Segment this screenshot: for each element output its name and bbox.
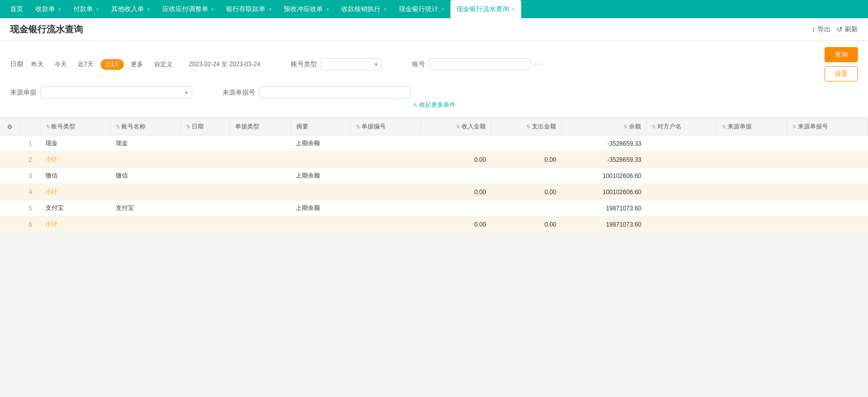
table-row: 6小计0.000.0019871073.60 <box>0 216 868 233</box>
td-gear <box>0 152 20 168</box>
source-doc-no-input[interactable] <box>259 86 411 99</box>
nav-cash-bank-flow[interactable]: 现金银行流水查询 × <box>450 0 521 18</box>
th-source-doc[interactable]: ⇅ 来源单据 <box>717 118 787 136</box>
td-summary: 上期余额 <box>291 168 350 184</box>
td-account-type: 小计 <box>40 152 111 168</box>
td-idx: 2 <box>20 152 40 168</box>
td-gear <box>0 136 20 152</box>
td-source-doc-no <box>787 184 868 200</box>
close-icon[interactable]: × <box>268 7 271 12</box>
source-doc-label: 来源单据 <box>10 88 36 97</box>
nav-prepay-offset[interactable]: 预收冲应收单 × <box>278 0 335 18</box>
td-source-doc <box>717 200 787 216</box>
td-source-doc-no <box>787 136 868 152</box>
td-doc-type <box>230 168 291 184</box>
td-source-doc-no <box>787 168 868 184</box>
account-no-input[interactable] <box>429 58 530 70</box>
td-doc-type <box>230 136 291 152</box>
th-income[interactable]: ⇅ 收入金额 <box>421 118 491 136</box>
date-label: 日期 <box>10 60 23 69</box>
close-icon[interactable]: × <box>512 7 515 12</box>
td-source-doc-no <box>787 216 868 233</box>
date-opt-1month[interactable]: 近1月 <box>101 59 124 70</box>
td-gear <box>0 216 20 233</box>
td-income <box>421 168 491 184</box>
nav-bank-withdraw[interactable]: 银行存取款单 × <box>220 0 278 18</box>
td-income <box>421 200 491 216</box>
td-date <box>181 152 230 168</box>
nav-cash-bank-stats[interactable]: 现金银行统计 × <box>393 0 450 18</box>
header-actions: ↑ 导出 ↺ 刷新 <box>812 25 858 34</box>
source-doc-no-filter: 来源单据号 <box>222 86 411 99</box>
account-no-label: 账号 <box>412 60 425 69</box>
sort-arrows: ⇅ <box>792 124 798 129</box>
th-balance[interactable]: ⇅ 余额 <box>561 118 646 136</box>
td-income: 0.00 <box>421 216 491 233</box>
td-counterpart <box>647 200 717 216</box>
nav-home[interactable]: 首页 <box>4 0 29 18</box>
nav-payment[interactable]: 付款单 × <box>67 0 105 18</box>
th-date[interactable]: ⇅ 日期 <box>181 118 230 136</box>
td-idx: 5 <box>20 200 40 216</box>
nav-ar-ap-adjust[interactable]: 应收应付调整单 × <box>156 0 220 18</box>
td-summary: 上期余额 <box>291 136 350 152</box>
date-opt-custom[interactable]: 自定义 <box>150 59 176 70</box>
source-doc-select[interactable] <box>40 86 192 99</box>
th-counterpart[interactable]: ⇅ 对方户名 <box>647 118 717 136</box>
refresh-button[interactable]: ↺ 刷新 <box>837 25 858 34</box>
date-opt-7days[interactable]: 近7天 <box>74 59 98 70</box>
th-doc-no[interactable]: ⇅ 单据编号 <box>351 118 421 136</box>
sort-arrows: ⇅ <box>526 124 532 129</box>
nav-collection-exec[interactable]: 收款核销执行 × <box>335 0 393 18</box>
th-account-name[interactable]: ⇅ 账号名称 <box>111 118 181 136</box>
table-row: 2小计0.000.00-3528659.33 <box>0 152 868 168</box>
close-icon[interactable]: × <box>441 7 444 12</box>
nav-receipt[interactable]: 收款单 × <box>29 0 67 18</box>
settings-button[interactable]: 设置 <box>825 66 858 81</box>
close-icon[interactable]: × <box>211 7 214 12</box>
close-icon[interactable]: × <box>384 7 387 12</box>
sort-arrows: ⇅ <box>116 124 121 129</box>
close-icon[interactable]: × <box>58 7 61 12</box>
date-opt-today[interactable]: 今天 <box>51 59 71 70</box>
td-account-type: 小计 <box>40 216 111 233</box>
td-expense: 0.00 <box>491 152 561 168</box>
action-buttons: 查询 设置 <box>825 47 858 81</box>
filter-area: 日期 昨天 今天 近7天 近1月 更多 自定义 2023-02-24 至 202… <box>0 41 868 118</box>
close-icon[interactable]: × <box>326 7 329 12</box>
td-date <box>181 216 230 233</box>
td-income: 0.00 <box>421 184 491 200</box>
table-container: ⚙ ⇅ 账号类型 ⇅ 账号名称 ⇅ 日期 单据类型 摘要 ⇅ 单据编号 ⇅ 收入… <box>0 118 868 233</box>
account-type-select[interactable] <box>321 58 382 70</box>
th-source-doc-no[interactable]: ⇅ 来源单据号 <box>787 118 868 136</box>
td-expense <box>491 200 561 216</box>
sort-arrows: ⇅ <box>652 124 657 129</box>
export-button[interactable]: ↑ 导出 <box>812 25 831 34</box>
th-expense[interactable]: ⇅ 支出金额 <box>491 118 561 136</box>
page-title: 现金银行流水查询 <box>10 23 83 35</box>
close-icon[interactable]: × <box>96 7 99 12</box>
td-counterpart <box>647 136 717 152</box>
sort-arrows: ⇅ <box>623 124 629 129</box>
nav-other-income[interactable]: 其他收入单 × <box>105 0 156 18</box>
main-table: ⚙ ⇅ 账号类型 ⇅ 账号名称 ⇅ 日期 单据类型 摘要 ⇅ 单据编号 ⇅ 收入… <box>0 118 868 233</box>
th-summary: 摘要 <box>291 118 350 136</box>
td-doc-type <box>230 152 291 168</box>
td-source-doc <box>717 136 787 152</box>
collapse-bar[interactable]: ∧ 收起更多条件 <box>10 99 858 111</box>
td-expense: 0.00 <box>491 184 561 200</box>
top-nav: 首页 收款单 × 付款单 × 其他收入单 × 应收应付调整单 × 银行存取款单 … <box>0 0 868 18</box>
account-type-label: 账号类型 <box>291 60 317 69</box>
th-gear[interactable]: ⚙ <box>0 118 20 136</box>
date-opt-yesterday[interactable]: 昨天 <box>27 59 48 70</box>
sort-arrows: ⇅ <box>46 124 52 129</box>
td-doc-type <box>230 216 291 233</box>
date-opt-more[interactable]: 更多 <box>127 59 147 70</box>
dots-button[interactable]: ··· <box>534 60 544 69</box>
table-row: 5支付宝支付宝上期余额19871073.60 <box>0 200 868 216</box>
th-account-type[interactable]: ⇅ 账号类型 <box>40 118 111 136</box>
td-summary <box>291 184 350 200</box>
query-button[interactable]: 查询 <box>825 47 858 62</box>
close-icon[interactable]: × <box>147 7 150 12</box>
td-balance: -3528659.33 <box>561 136 646 152</box>
